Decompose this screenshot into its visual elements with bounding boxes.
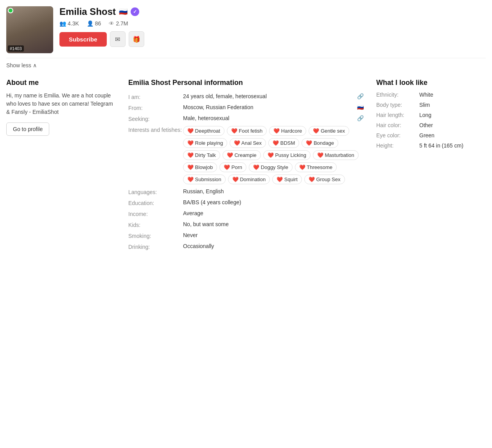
flag-icon: 🇷🇺 xyxy=(119,7,127,16)
show-less-toggle[interactable]: Show less ∧ xyxy=(6,58,486,72)
views-icon: 👁 xyxy=(109,20,114,27)
from-value: Moscow, Russian Federation xyxy=(183,104,355,110)
hair-length-value: Long xyxy=(419,112,431,118)
interest-tag: ❤️ Submission xyxy=(183,175,226,184)
body-type-label: Body type: xyxy=(376,102,419,108)
interest-tag: ❤️ Pussy Licking xyxy=(263,150,311,160)
interest-tag: ❤️ Threesome xyxy=(295,162,337,172)
income-value: Average xyxy=(183,210,364,216)
smoking-label: Smoking: xyxy=(128,232,183,239)
drinking-label: Drinking: xyxy=(128,243,183,250)
link-icon: 🔗 xyxy=(357,93,364,99)
appearance-section: What I look like Ethnicity: White Body t… xyxy=(376,79,486,254)
appearance-table: Ethnicity: White Body type: Slim Hair le… xyxy=(376,92,486,149)
followers-icon: 👥 xyxy=(59,20,66,27)
profile-header: #1403 Emilia Shost 🇷🇺 ✓ 👥 4.3K 👤 86 👁 2.… xyxy=(6,6,486,58)
interest-tag: ❤️ Domination xyxy=(228,175,270,184)
appearance-title: What I look like xyxy=(376,79,486,87)
interest-tag: ❤️ Creampie xyxy=(223,150,261,160)
interest-tag: ❤️ Group Sex xyxy=(304,175,345,184)
interest-tag: ❤️ Doggy Style xyxy=(249,162,293,172)
online-indicator xyxy=(8,8,13,13)
eye-color-value: Green xyxy=(419,132,435,139)
income-label: Income: xyxy=(128,210,183,217)
languages-label: Languages: xyxy=(128,188,183,195)
profile-name: Emilia Shost xyxy=(59,6,116,17)
interest-tag: ❤️ BDSM xyxy=(268,138,299,148)
languages-row: Languages: Russian, English xyxy=(128,188,364,195)
personal-info-section: Emilia Shost Personal information I am: … xyxy=(128,79,364,254)
kids-label: Kids: xyxy=(128,221,183,228)
interest-tag: ❤️ Blowjob xyxy=(183,162,217,172)
profile-stats: 👥 4.3K 👤 86 👁 2.7M xyxy=(59,20,486,27)
interest-tag: ❤️ Hardcore xyxy=(269,126,306,136)
interest-tag: ❤️ Foot fetish xyxy=(227,126,267,136)
about-title: About me xyxy=(6,79,116,87)
interest-tag: ❤️ Porn xyxy=(219,162,246,172)
i-am-value-row: 24 years old, female, heterosexual 🔗 xyxy=(183,93,364,99)
education-value: BA/BS (4 years college) xyxy=(183,199,364,205)
seeking-value-row: Male, heterosexual 🔗 xyxy=(183,115,364,121)
drinking-row: Drinking: Occasionally xyxy=(128,243,364,250)
interest-tag: ❤️ Deepthroat xyxy=(183,126,224,136)
body-type-row: Body type: Slim xyxy=(376,102,486,108)
interests-row: Interests and fetishes: ❤️ Deepthroat❤️ … xyxy=(128,126,364,184)
from-row: From: Moscow, Russian Federation 🇷🇺 xyxy=(128,104,364,111)
avatar-container: #1403 xyxy=(6,6,53,53)
kids-row: Kids: No, but want some xyxy=(128,221,364,228)
gift-button[interactable]: 🎁 xyxy=(129,31,144,47)
gift-icon: 🎁 xyxy=(133,36,140,43)
i-am-value: 24 years old, female, heterosexual xyxy=(183,93,355,99)
interest-tag: ❤️ Anal Sex xyxy=(230,138,266,148)
education-label: Education: xyxy=(128,199,183,206)
i-am-row: I am: 24 years old, female, heterosexual… xyxy=(128,93,364,100)
interest-tag: ❤️ Bondage xyxy=(302,138,338,148)
i-am-label: I am: xyxy=(128,93,183,100)
message-button[interactable]: ✉ xyxy=(110,31,126,47)
interest-tag: ❤️ Gentle sex xyxy=(309,126,349,136)
education-row: Education: BA/BS (4 years college) xyxy=(128,199,364,206)
followers-count: 4.3K xyxy=(68,20,79,27)
chevron-up-icon: ∧ xyxy=(33,62,37,68)
hair-color-label: Hair color: xyxy=(376,122,419,128)
go-to-profile-button[interactable]: Go to profile xyxy=(6,122,49,136)
badge-id: #1403 xyxy=(8,45,24,52)
personal-info-table: I am: 24 years old, female, heterosexual… xyxy=(128,93,364,250)
subscribe-button[interactable]: Subscribe xyxy=(59,32,107,47)
ethnicity-row: Ethnicity: White xyxy=(376,92,486,98)
interest-tag: ❤️ Masturbation xyxy=(313,150,359,160)
profile-name-row: Emilia Shost 🇷🇺 ✓ xyxy=(59,6,486,17)
hair-length-row: Hair length: Long xyxy=(376,112,486,118)
seeking-label: Seeking: xyxy=(128,115,183,122)
ethnicity-label: Ethnicity: xyxy=(376,92,419,98)
personal-info-title: Emilia Shost Personal information xyxy=(128,79,364,87)
views-count: 2.7M xyxy=(116,20,128,27)
eye-color-label: Eye color: xyxy=(376,132,419,139)
seeking-link-icon: 🔗 xyxy=(357,115,364,121)
views-stat: 👁 2.7M xyxy=(109,20,128,27)
drinking-value: Occasionally xyxy=(183,243,364,249)
eye-color-row: Eye color: Green xyxy=(376,132,486,139)
message-icon: ✉ xyxy=(115,36,120,43)
seeking-value: Male, heterosexual xyxy=(183,115,355,121)
hair-color-row: Hair color: Other xyxy=(376,122,486,128)
interest-tag: ❤️ Squirt xyxy=(272,175,302,184)
seeking-row: Seeking: Male, heterosexual 🔗 xyxy=(128,115,364,122)
interest-tag: ❤️ Dirty Talk xyxy=(183,150,220,160)
from-label: From: xyxy=(128,104,183,111)
verified-icon: ✓ xyxy=(131,7,139,16)
following-icon: 👤 xyxy=(87,20,93,27)
income-row: Income: Average xyxy=(128,210,364,217)
height-value: 5 ft 64 in (165 cm) xyxy=(419,142,463,149)
smoking-row: Smoking: Never xyxy=(128,232,364,239)
from-value-row: Moscow, Russian Federation 🇷🇺 xyxy=(183,104,364,110)
show-less-label: Show less xyxy=(6,62,31,68)
about-text: Hi, my name is Emilia. We are a hot coup… xyxy=(6,92,116,116)
following-count: 86 xyxy=(95,20,101,27)
russia-flag-icon: 🇷🇺 xyxy=(357,104,364,110)
body-type-value: Slim xyxy=(419,102,430,108)
profile-actions: Subscribe ✉ 🎁 xyxy=(59,31,486,47)
kids-value: No, but want some xyxy=(183,221,364,227)
followers-stat: 👥 4.3K xyxy=(59,20,79,27)
about-section: About me Hi, my name is Emilia. We are a… xyxy=(6,79,116,254)
